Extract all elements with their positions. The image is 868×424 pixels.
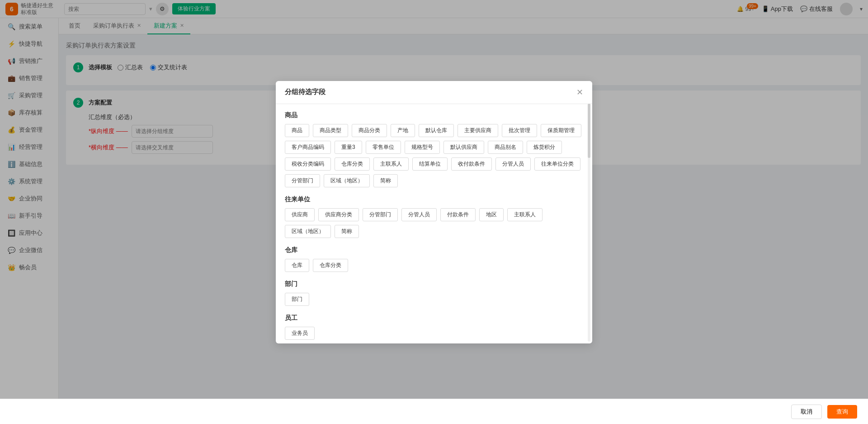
- field-tag-goods[interactable]: 商品: [285, 124, 309, 137]
- modal-body: 商品 商品 商品类型 商品分类 产地 默认仓库 主要供应商 批次管理 保质期管理…: [276, 104, 592, 343]
- cancel-button[interactable]: 取消: [791, 405, 822, 419]
- section-employee-title: 员工: [285, 314, 583, 322]
- field-tag-region[interactable]: 区域（地区）: [324, 174, 370, 187]
- department-field-tags: 部门: [285, 293, 583, 306]
- field-tag-retail-unit[interactable]: 零售单位: [366, 141, 401, 154]
- goods-field-tags: 商品 商品类型 商品分类 产地 默认仓库 主要供应商 批次管理 保质期管理 客户…: [285, 124, 583, 187]
- field-tag-warehouse[interactable]: 仓库: [285, 259, 309, 272]
- section-employee: 员工 业务员: [285, 314, 583, 340]
- field-tag-salesperson[interactable]: 业务员: [285, 327, 315, 340]
- field-tag-payment-condition[interactable]: 付款条件: [440, 208, 476, 221]
- modal-scrollbar-track: [588, 104, 590, 342]
- field-tag-warehouse-cat[interactable]: 仓库分类: [313, 259, 348, 272]
- section-goods-title: 商品: [285, 111, 583, 119]
- warehouse-field-tags: 仓库 仓库分类: [285, 259, 583, 272]
- field-tag-shelf-life[interactable]: 保质期管理: [541, 124, 581, 137]
- field-tag-short-name-partner[interactable]: 简称: [335, 225, 359, 238]
- field-select-modal: 分组待选字段 ✕ 商品 商品 商品类型 商品分类 产地 默认仓库 主要供应商 批…: [276, 81, 592, 343]
- modal-title: 分组待选字段: [285, 88, 326, 96]
- field-tag-payment-terms[interactable]: 收付款条件: [451, 157, 492, 171]
- field-tag-weight3[interactable]: 重量3: [335, 141, 362, 154]
- confirm-button[interactable]: 查询: [827, 405, 857, 419]
- field-tag-main-contact-partner[interactable]: 主联系人: [507, 208, 542, 221]
- field-tag-partner-manager[interactable]: 分管人员: [401, 208, 437, 221]
- section-department: 部门 部门: [285, 280, 583, 306]
- field-tag-main-supplier[interactable]: 主要供应商: [458, 124, 498, 137]
- modal-footer-bar: 取消 查询: [0, 399, 868, 424]
- field-tag-partner-dept[interactable]: 分管部门: [363, 208, 398, 221]
- field-tag-default-warehouse[interactable]: 默认仓库: [419, 124, 454, 137]
- section-warehouse: 仓库 仓库 仓库分类: [285, 246, 583, 272]
- section-partner-title: 往来单位: [285, 195, 583, 204]
- field-tag-partner-category[interactable]: 往来单位分类: [534, 157, 580, 171]
- field-tag-goods-alias[interactable]: 商品别名: [488, 141, 523, 154]
- field-tag-warehouse-category[interactable]: 仓库分类: [335, 157, 370, 171]
- field-tag-area[interactable]: 地区: [479, 208, 504, 221]
- field-tag-manager[interactable]: 分管人员: [495, 157, 531, 171]
- field-tag-goods-category[interactable]: 商品分类: [352, 124, 387, 137]
- field-tag-customer-goods-code[interactable]: 客户商品编码: [285, 141, 331, 154]
- section-warehouse-title: 仓库: [285, 246, 583, 254]
- modal-overlay: 分组待选字段 ✕ 商品 商品 商品类型 商品分类 产地 默认仓库 主要供应商 批…: [0, 0, 868, 424]
- modal-header: 分组待选字段 ✕: [276, 81, 592, 104]
- partner-field-tags: 供应商 供应商分类 分管部门 分管人员 付款条件 地区 主联系人 区域（地区） …: [285, 208, 583, 238]
- modal-scrollbar-thumb[interactable]: [588, 104, 590, 158]
- field-tag-supplier-category[interactable]: 供应商分类: [318, 208, 359, 221]
- section-goods: 商品 商品 商品类型 商品分类 产地 默认仓库 主要供应商 批次管理 保质期管理…: [285, 111, 583, 187]
- employee-field-tags: 业务员: [285, 327, 583, 340]
- field-tag-default-supplier[interactable]: 默认供应商: [443, 141, 484, 154]
- field-tag-region-partner[interactable]: 区域（地区）: [285, 225, 331, 238]
- modal-close-button[interactable]: ✕: [576, 87, 583, 97]
- field-tag-settlement-unit[interactable]: 结算单位: [412, 157, 448, 171]
- field-tag-goods-type[interactable]: 商品类型: [313, 124, 348, 137]
- field-tag-department[interactable]: 部门: [285, 293, 309, 306]
- field-tag-main-contact[interactable]: 主联系人: [373, 157, 409, 171]
- field-tag-spec-model[interactable]: 规格型号: [405, 141, 440, 154]
- field-tag-dept[interactable]: 分管部门: [285, 174, 320, 187]
- field-tag-tax-code[interactable]: 税收分类编码: [285, 157, 331, 171]
- field-tag-origin[interactable]: 产地: [391, 124, 415, 137]
- field-tag-batch-mgmt[interactable]: 批次管理: [502, 124, 537, 137]
- field-tag-supplier[interactable]: 供应商: [285, 208, 315, 221]
- section-department-title: 部门: [285, 280, 583, 288]
- section-partner: 往来单位 供应商 供应商分类 分管部门 分管人员 付款条件 地区 主联系人 区域…: [285, 195, 583, 238]
- field-tag-refine-points[interactable]: 炼货积分: [527, 141, 562, 154]
- field-tag-short-name[interactable]: 简称: [373, 174, 398, 187]
